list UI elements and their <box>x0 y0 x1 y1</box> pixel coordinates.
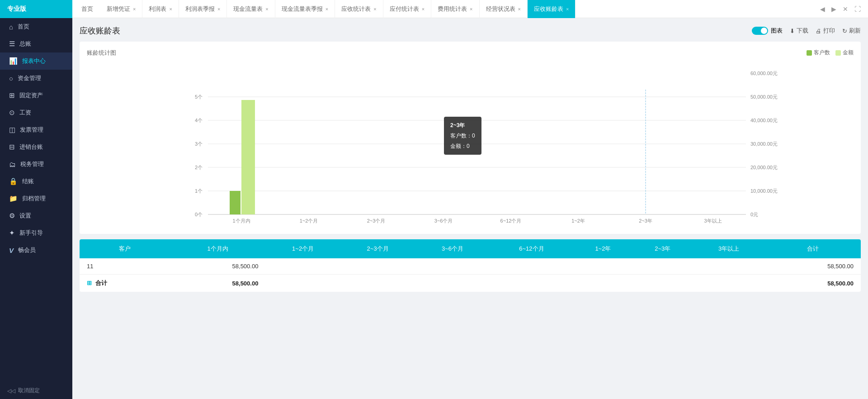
assets-icon: ⊞ <box>9 91 15 100</box>
sidebar-footer-toggle[interactable]: ◁◁ 取消固定 <box>0 382 72 399</box>
sidebar-item-label: 发票管理 <box>20 126 43 134</box>
sidebar-item-home[interactable]: ⌂ 首页 <box>0 18 72 35</box>
table-header-row: 客户 1个月内 1~2个月 2~3个月 3~6个月 6~12个月 1~2年 2~… <box>80 239 861 258</box>
tab-home[interactable]: 首页 <box>74 0 100 18</box>
sidebar-item-closing[interactable]: 🔒 结账 <box>0 173 72 190</box>
tab-close-cashflow[interactable]: × <box>265 6 268 12</box>
tab-close-aging[interactable]: × <box>566 6 569 12</box>
tab-close-payable-stat[interactable]: × <box>422 6 425 12</box>
total-m12 <box>265 275 340 292</box>
bar-amount-0 <box>241 100 255 214</box>
tab-payable-stat[interactable]: 应付统计表 × <box>383 0 431 18</box>
tab-receivable-stat[interactable]: 应收统计表 × <box>335 0 383 18</box>
tab-close-business-stat[interactable]: × <box>518 6 521 12</box>
download-button[interactable]: ⬇ 下载 <box>790 27 808 35</box>
total-y12 <box>573 275 633 292</box>
reports-icon: 📊 <box>9 57 18 65</box>
cell-m23-0 <box>340 258 415 275</box>
sidebar-item-tax[interactable]: 🗂 税务管理 <box>0 156 72 173</box>
page-actions: 图表 ⬇ 下载 🖨 打印 ↻ 刷新 <box>752 27 861 35</box>
refresh-button[interactable]: ↻ 刷新 <box>842 27 861 35</box>
tab-aging[interactable]: 应收账龄表 × <box>528 0 576 18</box>
total-m36 <box>415 275 490 292</box>
total-icon: ⊞ <box>87 280 92 286</box>
total-m612 <box>490 275 573 292</box>
tab-close-voucher[interactable]: × <box>133 6 136 12</box>
sidebar-item-label: 首页 <box>18 23 29 31</box>
settings-icon: ⚙ <box>9 212 15 220</box>
cell-m36-0 <box>415 258 490 275</box>
y-right-2: 20,000.00元 <box>750 165 778 170</box>
bar-customers-0 <box>230 191 241 214</box>
sidebar-item-invoice[interactable]: ◫ 发票管理 <box>0 121 72 138</box>
print-button[interactable]: 🖨 打印 <box>816 27 835 35</box>
tab-profit[interactable]: 利润表 × <box>142 0 179 18</box>
legend-amount-label: 金额 <box>843 49 854 57</box>
page-title: 应收账龄表 <box>80 25 120 36</box>
sidebar-item-salary[interactable]: ⊙ 工资 <box>0 104 72 121</box>
pin-icon: ◁◁ <box>7 388 15 394</box>
app-logo: 专业版 <box>0 0 72 18</box>
sidebar-item-label: 工资 <box>19 109 31 117</box>
y-right-0: 0元 <box>750 212 758 217</box>
cell-total-0: 58,500.00 <box>765 258 861 275</box>
tab-expense-stat[interactable]: 费用统计表 × <box>431 0 479 18</box>
cell-m12-0 <box>265 258 340 275</box>
sidebar-item-ledger[interactable]: ☰ 总账 <box>0 35 72 52</box>
sidebar-item-archive[interactable]: 📁 归档管理 <box>0 190 72 207</box>
tab-prev-button[interactable]: ◀ <box>818 5 827 14</box>
sidebar-item-funds[interactable]: ○ 资金管理 <box>0 70 72 87</box>
sidebar-item-assets[interactable]: ⊞ 固定资产 <box>0 87 72 104</box>
sidebar-item-guide[interactable]: ✦ 新手引导 <box>0 224 72 242</box>
legend-customer-dot <box>807 50 812 56</box>
tab-close-cashflow-quarter[interactable]: × <box>326 6 328 12</box>
th-total: 合计 <box>765 239 861 258</box>
tab-close-receivable-stat[interactable]: × <box>373 6 376 12</box>
y-right-4: 40,000.00元 <box>750 118 778 123</box>
tab-close-profit-quarter[interactable]: × <box>217 6 220 12</box>
y-left-0: 0个 <box>195 212 203 217</box>
tab-close-all-button[interactable]: ✕ <box>841 5 850 14</box>
chart-container: 账龄统计图 客户数 金额 0个 1个 2个 <box>80 42 861 234</box>
ledger-icon: ☰ <box>9 40 15 48</box>
tab-fullscreen-button[interactable]: ⛶ <box>853 5 863 14</box>
th-y3plus: 3年以上 <box>693 239 765 258</box>
tab-cashflow-quarter[interactable]: 现金流量表季报 × <box>275 0 335 18</box>
legend-customers: 客户数 <box>807 49 830 57</box>
sidebar-item-settings[interactable]: ⚙ 设置 <box>0 207 72 224</box>
tab-controls: ◀ ▶ ✕ ⛶ <box>815 5 866 14</box>
tab-next-button[interactable]: ▶ <box>830 5 838 14</box>
th-customer: 客户 <box>80 239 170 258</box>
x-label-0: 1个月内 <box>232 218 250 223</box>
th-m36: 3~6个月 <box>415 239 490 258</box>
y-left-3: 3个 <box>195 141 203 147</box>
tab-close-expense-stat[interactable]: × <box>470 6 472 12</box>
sidebar-item-member[interactable]: V 畅会员 <box>0 242 72 259</box>
sidebar-item-reports[interactable]: 📊 报表中心 <box>0 52 72 70</box>
sidebar-item-label: 报表中心 <box>22 57 46 65</box>
invoice-icon: ◫ <box>9 126 15 134</box>
tab-profit-quarter[interactable]: 利润表季报 × <box>179 0 227 18</box>
x-label-2: 2~3个月 <box>367 218 386 223</box>
tab-close-profit[interactable]: × <box>169 6 172 12</box>
sidebar-item-inventory[interactable]: ⊟ 进销台账 <box>0 138 72 156</box>
tab-business-stat[interactable]: 经营状况表 × <box>480 0 528 18</box>
chart-title: 账龄统计图 <box>87 49 854 57</box>
th-m23: 2~3个月 <box>340 239 415 258</box>
tab-cashflow[interactable]: 现金流量表 × <box>227 0 275 18</box>
sidebar-item-label: 总账 <box>19 40 31 48</box>
inventory-icon: ⊟ <box>9 143 15 151</box>
aging-table: 客户 1个月内 1~2个月 2~3个月 3~6个月 6~12个月 1~2年 2~… <box>80 239 861 292</box>
chart-toggle[interactable] <box>752 27 768 35</box>
tab-voucher[interactable]: 新增凭证 × <box>100 0 142 18</box>
y-right-6: 60,000.00元 <box>750 71 778 76</box>
y-right-3: 30,000.00元 <box>750 141 778 147</box>
x-label-5: 1~2年 <box>571 218 585 223</box>
y-left-2: 2个 <box>195 165 203 170</box>
sidebar-item-label: 结账 <box>22 177 34 185</box>
print-icon: 🖨 <box>816 28 821 34</box>
refresh-icon: ↻ <box>842 28 847 34</box>
sidebar-item-label: 畅会员 <box>18 246 36 254</box>
sidebar-item-label: 固定资产 <box>19 91 43 100</box>
member-icon: V <box>9 247 14 254</box>
